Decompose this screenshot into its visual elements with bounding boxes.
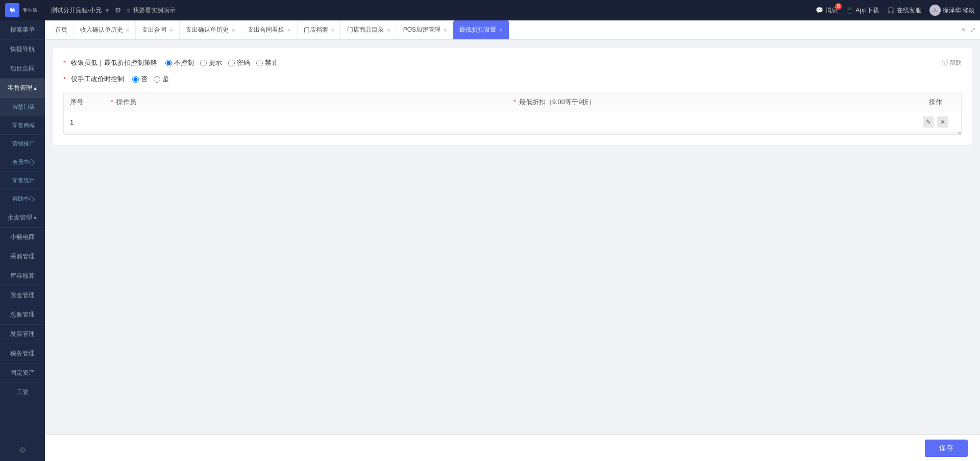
col-header-seq: 序号 <box>64 92 105 112</box>
sidebar-item-member[interactable]: 会员中心 <box>0 153 45 172</box>
option-manual-no[interactable]: 否 <box>132 75 148 84</box>
sidebar-item-inventory[interactable]: 库存核算 <box>0 266 45 286</box>
content-area: 首页 收入确认单历史 × 支出合同 × 支出确认单历史 × 支出合同看板 × 门… <box>45 20 980 461</box>
sidebar-item-purchase[interactable]: 采购管理 <box>0 247 45 266</box>
page-content: * 收银员低于最低折扣控制策略 不控制 提示 密码 <box>45 40 980 434</box>
sidebar-item-retail-stats[interactable]: 零售统计 <box>0 172 45 190</box>
tab-payment-kanban[interactable]: 支出合同看板 × <box>241 20 297 40</box>
manual-price-row: * 仅手工改价时控制 否 是 <box>63 75 962 84</box>
sidebar-item-wholesale[interactable]: 批发管理 ▼ <box>0 208 45 228</box>
table-header: 序号 * 操作员 * 最低折扣（9.00等于9折） 操作 <box>64 92 961 112</box>
logo-icon: 畅 <box>5 3 19 17</box>
message-icon: 💬 <box>816 7 823 14</box>
sidebar-item-tax[interactable]: 税务管理 <box>0 344 45 363</box>
option-manual-yes[interactable]: 是 <box>154 75 169 84</box>
app-download-label: App下载 <box>855 6 878 15</box>
edit-row-button[interactable]: ✎ <box>923 116 934 128</box>
col-required-operator: * <box>111 98 113 106</box>
manual-price-label: 仅手工改价时控制 <box>71 75 124 84</box>
tab-store-file[interactable]: 门店档案 × <box>298 20 341 40</box>
app-download-button[interactable]: 📱 App下载 <box>846 6 878 15</box>
sidebar-item-help[interactable]: 帮助中心 <box>0 190 45 208</box>
sidebar-item-smart-store[interactable]: 智慧门店 <box>0 98 45 116</box>
gear-icon[interactable]: ⚙ <box>115 6 121 14</box>
sidebar-item-fixed-assets[interactable]: 固定资产 <box>0 363 45 383</box>
tab-income-confirm[interactable]: 收入确认单历史 × <box>74 20 136 40</box>
tab-close-payment-contract[interactable]: × <box>169 27 173 33</box>
sidebar: 搜索菜单 快捷导航 项目合同 零售管理 ▲ 智慧门店 零售商城 营销推广 会员中… <box>0 20 45 461</box>
avatar: 人 <box>929 5 941 16</box>
project-label: 测试分开完程·小兄 <box>51 6 102 15</box>
cashier-strategy-row: * 收银员低于最低折扣控制策略 不控制 提示 密码 <box>63 58 962 67</box>
sidebar-item-ledger[interactable]: 总账管理 <box>0 305 45 325</box>
help-button[interactable]: ⓘ 帮助 <box>942 59 962 67</box>
save-button[interactable]: 保存 <box>925 440 968 457</box>
settings-icon[interactable]: ⚙ <box>0 439 45 461</box>
required-mark-2: * <box>63 76 66 83</box>
sidebar-item-invoice[interactable]: 发票管理 <box>0 325 45 344</box>
radio-password[interactable] <box>228 60 235 66</box>
cell-operator-1[interactable] <box>105 114 507 130</box>
sidebar-item-salary[interactable]: 工资 <box>0 383 45 402</box>
sidebar-item-marketing[interactable]: 营销推广 <box>0 135 45 153</box>
option-forbid[interactable]: 禁止 <box>256 58 278 67</box>
tab-store-goods[interactable]: 门店商品目录 × <box>341 20 397 40</box>
sidebar-item-retail[interactable]: 零售管理 ▲ <box>0 79 45 98</box>
tab-close-pos-lock[interactable]: × <box>444 27 447 33</box>
discount-table: 序号 * 操作员 * 最低折扣（9.00等于9折） 操作 1 <box>63 92 962 135</box>
col-header-operator: * 操作员 <box>105 92 507 112</box>
tab-close-payment-kanban[interactable]: × <box>287 27 290 33</box>
cashier-strategy-label: 收银员低于最低折扣控制策略 <box>71 58 157 67</box>
logo-text: 专业版 <box>22 7 38 13</box>
option-no-control[interactable]: 不控制 <box>165 58 194 67</box>
col-header-discount: * 最低折扣（9.00等于9折） <box>507 92 910 112</box>
delete-row-button[interactable]: ✕ <box>937 116 948 128</box>
topbar: 畅 专业版 测试分开完程·小兄 ▼ ⚙ 我要看实例演示 💬 消息 8 📱 App… <box>0 0 980 20</box>
tab-close-income-confirm[interactable]: × <box>126 27 129 33</box>
tabbar-actions: ✕ ⤢ <box>961 26 976 34</box>
option-remind[interactable]: 提示 <box>200 58 222 67</box>
scrollbar-thumb[interactable] <box>958 132 961 134</box>
tab-payment-confirm[interactable]: 支出确认单历史 × <box>180 20 241 40</box>
online-service-label: 在线客服 <box>897 6 921 15</box>
demo-label: 我要看实例演示 <box>133 6 176 15</box>
sidebar-item-search[interactable]: 搜索菜单 <box>0 20 45 40</box>
table-row: 1 ✎ ✕ <box>64 112 961 132</box>
sidebar-item-shortcut[interactable]: 快捷导航 <box>0 40 45 59</box>
option-password[interactable]: 密码 <box>228 58 250 67</box>
demo-link[interactable]: 我要看实例演示 <box>127 6 175 15</box>
question-icon: ⓘ <box>942 59 948 67</box>
radio-no-control[interactable] <box>165 60 172 66</box>
tab-close-payment-confirm[interactable]: × <box>232 27 235 33</box>
download-icon: 📱 <box>846 7 853 14</box>
radio-manual-yes[interactable] <box>154 76 160 83</box>
tab-close-min-discount[interactable]: × <box>499 27 502 33</box>
radio-remind[interactable] <box>200 60 207 66</box>
sidebar-item-capital[interactable]: 资金管理 <box>0 286 45 305</box>
project-selector[interactable]: 测试分开完程·小兄 ▼ <box>51 6 110 15</box>
sidebar-item-retail-mall[interactable]: 零售商城 <box>0 116 45 135</box>
user-label: 徐泽华·修改 <box>943 6 975 15</box>
required-mark-1: * <box>63 59 66 67</box>
tab-home[interactable]: 首页 <box>49 20 74 40</box>
tab-pos-lock[interactable]: POS加密管理 × <box>397 20 454 40</box>
tab-min-discount[interactable]: 最低折扣设置 × <box>453 20 509 40</box>
message-button[interactable]: 💬 消息 8 <box>816 6 838 15</box>
radio-manual-no[interactable] <box>132 76 139 83</box>
tab-close-store-goods[interactable]: × <box>387 27 390 33</box>
tab-payment-contract[interactable]: 支出合同 × <box>136 20 179 40</box>
manual-price-options: 否 是 <box>132 75 169 84</box>
close-tab-icon[interactable]: ✕ <box>961 26 966 34</box>
sidebar-item-ecommerce[interactable]: 小畅电商 <box>0 228 45 247</box>
cell-seq-1: 1 <box>64 114 105 130</box>
user-menu[interactable]: 人 徐泽华·修改 <box>929 5 975 16</box>
sidebar-item-project[interactable]: 项目合同 <box>0 59 45 79</box>
expand-icon[interactable]: ⤢ <box>970 26 976 34</box>
radio-forbid[interactable] <box>256 60 263 66</box>
main-layout: 搜索菜单 快捷导航 项目合同 零售管理 ▲ 智慧门店 零售商城 营销推广 会员中… <box>0 20 980 461</box>
tab-close-store-file[interactable]: × <box>331 27 334 33</box>
online-service-button[interactable]: 🎧 在线客服 <box>887 6 921 15</box>
cell-discount-1[interactable] <box>507 114 910 130</box>
app-logo: 畅 专业版 <box>5 3 46 17</box>
content-card: * 收银员低于最低折扣控制策略 不控制 提示 密码 <box>53 48 972 145</box>
